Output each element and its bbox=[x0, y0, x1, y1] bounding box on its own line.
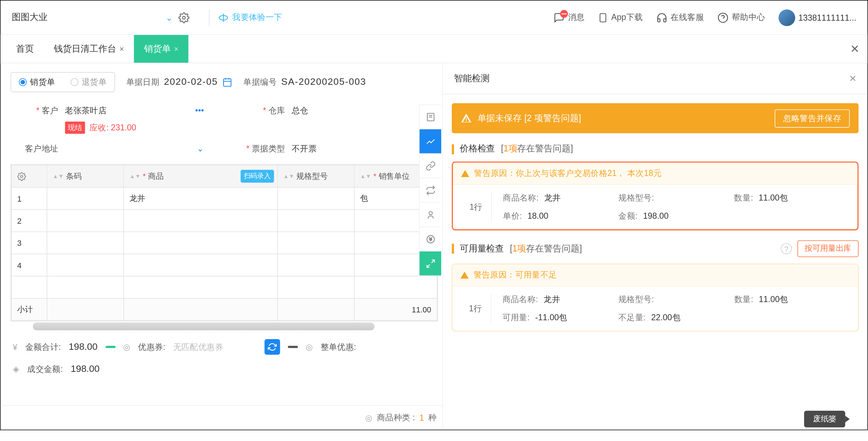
detail-price: 18.00 bbox=[527, 211, 548, 220]
money-icon[interactable]: ¥ bbox=[419, 227, 441, 251]
minus-icon bbox=[288, 346, 298, 348]
kinds-label: 商品种类 : bbox=[377, 413, 415, 423]
nav-message[interactable]: ••• 消息 bbox=[553, 12, 584, 23]
nav-user[interactable]: 13381111111... bbox=[778, 9, 857, 26]
col-product[interactable]: ▲▼*商品扫码录入 bbox=[124, 165, 277, 187]
user-phone: 13381111111... bbox=[798, 13, 856, 22]
notification-dot-icon: ••• bbox=[560, 10, 568, 17]
refresh-button[interactable] bbox=[264, 339, 280, 355]
col-spec[interactable]: ▲▼规格型号 bbox=[277, 165, 354, 187]
svg-text:¥: ¥ bbox=[429, 237, 432, 242]
company-select[interactable]: 图图大业 ⌄ bbox=[12, 12, 178, 24]
experience-link[interactable]: 我要体验一下 bbox=[218, 12, 282, 23]
detail-spec: 规格型号: bbox=[618, 193, 654, 202]
no-value: SA-20200205-003 bbox=[281, 77, 366, 88]
kinds-suffix: 种 bbox=[428, 413, 436, 423]
more-icon[interactable]: ••• bbox=[195, 105, 204, 115]
table-row[interactable]: 3 bbox=[11, 232, 437, 254]
address-input[interactable]: ⌄ bbox=[65, 141, 204, 146]
row-indicator: 1行 bbox=[461, 193, 492, 222]
tab-sales[interactable]: 销货单× bbox=[134, 35, 189, 63]
table-row[interactable]: 4 bbox=[11, 254, 437, 276]
discount-icon: ◎ bbox=[306, 342, 313, 352]
amount-label: 金额合计: bbox=[25, 342, 61, 352]
trash-button[interactable]: 废纸篓 bbox=[804, 411, 845, 427]
tabs-bar: 首页 钱货日清工作台× 销货单× ✕ bbox=[1, 35, 868, 63]
radio-return[interactable]: 退货单 bbox=[63, 73, 114, 92]
tab-workbench[interactable]: 钱货日清工作台× bbox=[44, 35, 134, 63]
expand-icon[interactable] bbox=[419, 251, 441, 276]
invoice-field: *票据类型 不开票 bbox=[237, 141, 358, 156]
close-icon[interactable]: ✕ bbox=[849, 73, 856, 84]
panel-header: 智能检测 ✕ bbox=[443, 63, 868, 94]
price-section-label: 价格检查 bbox=[460, 143, 495, 155]
detail-product: 龙井 bbox=[544, 193, 561, 202]
row-indicator: 1行 bbox=[460, 294, 491, 323]
coupon-label: 优惠券: bbox=[138, 342, 165, 352]
customer-input[interactable]: 老张茶叶店 ••• bbox=[65, 103, 204, 118]
radio-sale[interactable]: 销货单 bbox=[11, 73, 63, 92]
ignore-save-button[interactable]: 忽略警告并保存 bbox=[775, 109, 849, 127]
table-row[interactable]: 1龙井包 bbox=[11, 187, 437, 209]
address-label: 客户地址 bbox=[25, 144, 58, 153]
doc-icon[interactable] bbox=[419, 105, 441, 130]
col-settings[interactable] bbox=[11, 165, 47, 187]
invoice-input[interactable]: 不开票 bbox=[292, 141, 358, 156]
order-date-field[interactable]: 单据日期 2020-02-05 bbox=[126, 77, 233, 88]
gear-icon[interactable] bbox=[178, 12, 189, 24]
scan-button[interactable]: 扫码录入 bbox=[240, 170, 274, 183]
calendar-icon[interactable] bbox=[222, 77, 232, 87]
tab-home[interactable]: 首页 bbox=[6, 35, 44, 63]
nav-service[interactable]: 在线客服 bbox=[656, 12, 704, 23]
nav-help[interactable]: 帮助中心 bbox=[717, 12, 765, 23]
warehouse-input[interactable]: 总仓 bbox=[292, 103, 358, 118]
horizontal-scrollbar[interactable] bbox=[33, 322, 375, 330]
chevron-down-icon: ⌄ bbox=[197, 144, 204, 154]
svg-point-0 bbox=[183, 16, 185, 19]
coupon-input[interactable]: 无匹配优惠券 bbox=[173, 342, 257, 352]
close-icon[interactable]: × bbox=[119, 45, 124, 53]
yen-icon: ¥ bbox=[13, 342, 17, 352]
tab-workbench-label: 钱货日清工作台 bbox=[54, 43, 116, 55]
banner-text: 单据未保存 [2 项警告问题] bbox=[478, 113, 581, 124]
left-pane: 销货单 退货单 单据日期 2020-02-05 单据编号 SA-20200205… bbox=[1, 63, 443, 430]
customer-label: 客户 bbox=[42, 105, 58, 115]
detail-qty: 11.00包 bbox=[759, 294, 788, 303]
out-by-avail-button[interactable]: 按可用量出库 bbox=[797, 240, 858, 257]
link-icon[interactable] bbox=[419, 154, 441, 178]
company-name: 图图大业 bbox=[12, 12, 47, 24]
detail-avail: -11.00包 bbox=[535, 312, 567, 322]
table-row[interactable] bbox=[11, 276, 437, 298]
detail-product: 龙井 bbox=[543, 294, 560, 303]
tab-sales-label: 销货单 bbox=[144, 43, 171, 55]
close-all-icon[interactable]: ✕ bbox=[850, 42, 859, 55]
swap-icon[interactable] bbox=[419, 178, 441, 203]
order-type-radio: 销货单 退货单 bbox=[11, 72, 115, 92]
warning-icon bbox=[461, 113, 472, 124]
items-table: ▲▼条码 ▲▼*商品扫码录入 ▲▼规格型号 ▲▼*销售单位 1龙井包 2 3 4 bbox=[11, 164, 438, 321]
svg-point-10 bbox=[21, 176, 23, 178]
nav-app-label: App下载 bbox=[611, 12, 643, 23]
detail-shortage: 22.00包 bbox=[651, 312, 680, 322]
chart-icon[interactable] bbox=[419, 129, 441, 154]
totals-row: ¥ 金额合计: 198.00 ◎ 优惠券: 无匹配优惠券 ◎ 整单优惠: bbox=[11, 330, 438, 363]
table-row[interactable]: 2 bbox=[11, 209, 437, 232]
top-header: 图图大业 ⌄ 我要体验一下 ••• 消息 App下载 在线客服 bbox=[1, 1, 868, 35]
svg-rect-2 bbox=[600, 13, 606, 21]
person-icon[interactable] bbox=[419, 203, 441, 227]
order-no-field: 单据编号 SA-20200205-003 bbox=[243, 77, 366, 88]
close-icon[interactable]: × bbox=[174, 45, 179, 53]
side-icon-strip: ¥ bbox=[419, 104, 441, 276]
bottom-bar: ◎ 商品种类 : 1 种 bbox=[1, 405, 443, 430]
price-warning-card: 警告原因：你上次与该客户交易价格21， 本次18元 1行 商品名称:龙井 规格型… bbox=[452, 161, 859, 230]
panel-title: 智能检测 bbox=[454, 73, 490, 84]
top-nav: ••• 消息 App下载 在线客服 帮助中心 13381111111... bbox=[553, 9, 856, 26]
receivable-label: 应收: bbox=[90, 123, 108, 132]
availability-warning-card: 警告原因：可用量不足 1行 商品名称:龙井 规格型号: 数量:11.00包 可用… bbox=[452, 264, 859, 331]
warehouse-label: 仓库 bbox=[269, 105, 285, 115]
tab-home-label: 首页 bbox=[16, 43, 34, 55]
nav-app[interactable]: App下载 bbox=[598, 12, 643, 23]
help-icon[interactable]: ? bbox=[781, 243, 792, 254]
smart-check-panel: 智能检测 ✕ 单据未保存 [2 项警告问题] 忽略警告并保存 价格检查 [1项存… bbox=[442, 63, 867, 430]
col-barcode[interactable]: ▲▼条码 bbox=[47, 165, 124, 187]
